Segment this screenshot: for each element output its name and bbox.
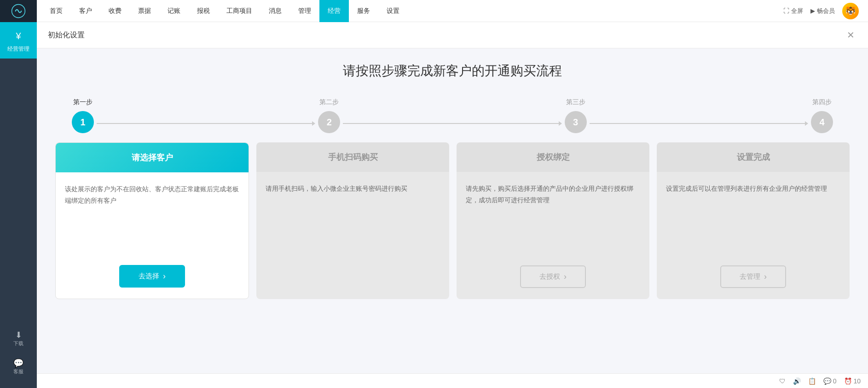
arrow-1 — [312, 121, 315, 126]
step-1: 第一步 1 — [69, 98, 97, 133]
message-count: 💬 0 — [823, 377, 837, 385]
avatar[interactable]: 🐯 — [842, 3, 859, 19]
sidebar-bottom: ⬇ 下载 💬 客服 — [0, 326, 37, 388]
shield-icon: 🛡 — [779, 377, 786, 385]
card-4-header: 设置完成 — [657, 142, 850, 172]
card-3-btn[interactable]: 去授权 › — [520, 265, 586, 288]
download-label: 下载 — [13, 340, 23, 347]
nav-fees[interactable]: 收费 — [100, 0, 130, 22]
nav-operations[interactable]: 经营 — [319, 0, 349, 22]
fullscreen-label: 全屏 — [791, 7, 803, 15]
vip-btn[interactable]: ▶ 畅会员 — [810, 7, 835, 15]
fullscreen-btn[interactable]: ⛶ 全屏 — [783, 7, 803, 15]
card-4-btn-arrow: › — [764, 272, 767, 282]
vip-label: 畅会员 — [817, 7, 835, 15]
connector-1-2 — [97, 106, 315, 126]
step-1-label: 第一步 — [69, 98, 97, 106]
card-1-body: 该处展示的客户为不在回收站、客户状态正常建账后完成老板端绑定的所有客户 — [56, 172, 249, 265]
nav-customers[interactable]: 客户 — [71, 0, 100, 22]
card-3: 授权绑定 请先购买，购买后选择开通的产品中的企业用户进行授权绑定，成功后即可进行… — [457, 142, 649, 299]
nav-service[interactable]: 服务 — [349, 0, 378, 22]
fullscreen-icon: ⛶ — [783, 7, 789, 14]
sidebar-item-management[interactable]: ¥ 经营管理 — [0, 22, 37, 59]
play-icon: ▶ — [810, 7, 815, 14]
support-icon: 💬 — [13, 358, 23, 368]
card-4-body: 设置完成后可以在管理列表进行所有企业用户的经营管理 — [657, 172, 850, 265]
card-4-btn[interactable]: 去管理 › — [720, 265, 786, 288]
card-3-btn-arrow: › — [564, 272, 567, 282]
nav-home[interactable]: 首页 — [41, 0, 71, 22]
card-3-btn-label: 去授权 — [539, 272, 560, 281]
nav-business[interactable]: 工商项目 — [218, 0, 260, 22]
arrow-2 — [559, 121, 562, 126]
card-1-header: 请选择客户 — [56, 143, 249, 172]
sidebar-item-label: 经营管理 — [7, 45, 29, 53]
management-icon: ¥ — [10, 28, 27, 44]
setup-main-title: 请按照步骤完成新客户的开通购买流程 — [55, 62, 850, 80]
top-nav: 首页 客户 收费 票据 记账 报税 工商项目 消息 管理 经营 服务 设置 ⛶ … — [0, 0, 868, 22]
setup-content: 请按照步骤完成新客户的开通购买流程 第一步 1 第二步 2 — [37, 48, 868, 308]
clock-icon: ⏰ 10 — [844, 377, 861, 385]
card-1-btn[interactable]: 去选择 › — [119, 265, 185, 288]
nav-settings[interactable]: 设置 — [378, 0, 408, 22]
line-3 — [590, 123, 805, 124]
close-button[interactable]: ✕ — [844, 29, 857, 41]
page-title: 初始化设置 — [48, 30, 85, 40]
nav-accounting[interactable]: 记账 — [159, 0, 189, 22]
status-bar-right: 🛡 🔊 📋 💬 0 ⏰ 10 — [779, 377, 861, 385]
card-4: 设置完成 设置完成后可以在管理列表进行所有企业用户的经营管理 去管理 › — [657, 142, 850, 299]
avatar-icon: 🐯 — [845, 6, 856, 16]
card-2-footer — [256, 288, 449, 299]
step-3-circle: 3 — [565, 111, 587, 133]
card-3-body: 请先购买，购买后选择开通的产品中的企业用户进行授权绑定，成功后即可进行经营管理 — [457, 172, 649, 265]
card-2: 手机扫码购买 请用手机扫码，输入小微企业主账号密码进行购买 — [256, 142, 449, 299]
nav-manage[interactable]: 管理 — [290, 0, 319, 22]
sidebar-download[interactable]: ⬇ 下载 — [0, 326, 37, 351]
nav-tax[interactable]: 报税 — [189, 0, 218, 22]
cards-row: 请选择客户 该处展示的客户为不在回收站、客户状态正常建账后完成老板端绑定的所有客… — [55, 142, 850, 299]
card-1: 请选择客户 该处展示的客户为不在回收站、客户状态正常建账后完成老板端绑定的所有客… — [55, 142, 249, 299]
status-bar: ▶ 完成 🛡 🔊 📋 💬 0 ⏰ 10 — [0, 373, 868, 388]
step-2-label: 第二步 — [315, 98, 343, 106]
card-2-body: 请用手机扫码，输入小微企业主账号密码进行购买 — [256, 172, 449, 288]
nav-invoices[interactable]: 票据 — [130, 0, 159, 22]
card-3-footer: 去授权 › — [457, 265, 649, 299]
support-label: 客服 — [13, 368, 23, 375]
card-3-header: 授权绑定 — [457, 142, 649, 172]
card-2-header: 手机扫码购买 — [256, 142, 449, 172]
step-4: 第四步 4 — [808, 98, 836, 133]
step-3: 第三步 3 — [562, 98, 590, 133]
connector-2-3 — [343, 106, 561, 126]
page-header: 初始化设置 ✕ — [37, 22, 868, 48]
connector-3-4 — [590, 106, 808, 126]
line-2 — [343, 123, 558, 124]
main-content: 初始化设置 ✕ 请按照步骤完成新客户的开通购买流程 第一步 1 第二步 2 — [37, 22, 868, 373]
card-4-btn-label: 去管理 — [740, 272, 760, 281]
step-3-label: 第三步 — [562, 98, 590, 106]
sidebar-support[interactable]: 💬 客服 — [0, 354, 37, 379]
card-4-footer: 去管理 › — [657, 265, 850, 299]
top-nav-right: ⛶ 全屏 ▶ 畅会员 🐯 — [783, 3, 868, 19]
steps-visual: 第一步 1 第二步 2 第三步 3 — [55, 98, 850, 133]
nav-messages[interactable]: 消息 — [260, 0, 290, 22]
card-1-btn-label: 去选择 — [139, 272, 159, 281]
step-4-label: 第四步 — [808, 98, 836, 106]
step-2-circle: 2 — [318, 111, 340, 133]
step-4-circle: 4 — [811, 111, 833, 133]
volume-icon: 🔊 — [793, 377, 801, 385]
download-icon: ⬇ — [15, 330, 22, 340]
step-2: 第二步 2 — [315, 98, 343, 133]
card-1-btn-arrow: › — [163, 271, 166, 281]
line-1 — [97, 123, 312, 124]
sidebar: ¥ 经营管理 ⬇ 下载 💬 客服 — [0, 0, 37, 388]
sidebar-logo — [0, 0, 37, 22]
step-1-circle: 1 — [72, 111, 94, 133]
arrow-3 — [805, 121, 808, 126]
clipboard-icon: 📋 — [808, 377, 816, 385]
card-1-footer: 去选择 › — [56, 265, 249, 299]
